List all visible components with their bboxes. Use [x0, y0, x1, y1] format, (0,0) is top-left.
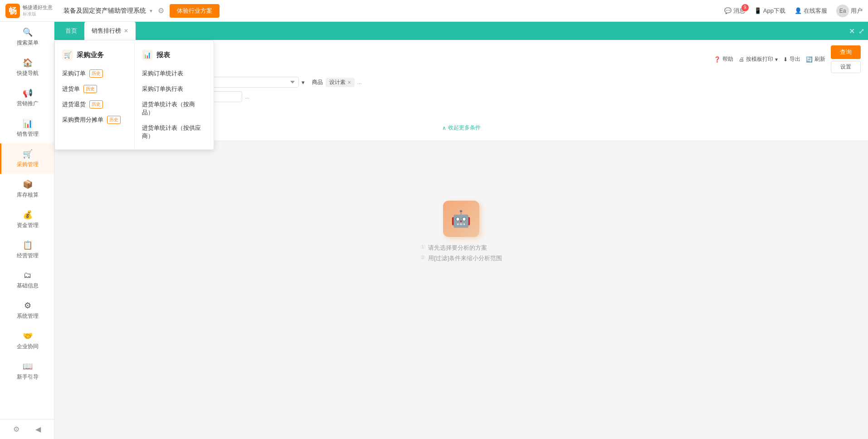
purchase-left-col: 🛒 采购业务 采购订单 历史 进货单 历史 进货退货 历史 采购费用分摊单 历史: [55, 40, 134, 149]
tab-bar-right: ✕ ⤢: [849, 27, 864, 35]
empty-illustration: 🤖 ① 请先选择要分析的方案 ② 用[过滤]条件来缩小分析范围: [420, 201, 502, 264]
help-icon: ❓: [714, 56, 721, 63]
menu-item-receipt-stat-goods[interactable]: 进货单统计表（按商品）: [135, 97, 214, 120]
settings-btn[interactable]: 设置: [831, 61, 861, 73]
sidebar-label-purchase: 采购管理: [17, 161, 39, 168]
goods-return-hist: 历史: [89, 100, 103, 109]
purchase-right-col: 📊 报表 采购订单统计表 采购订单执行表 进货单统计表（按商品） 进货单统计表（…: [134, 40, 214, 149]
query-btn[interactable]: 查询: [831, 45, 861, 59]
app-label: App下载: [763, 7, 785, 15]
refresh-btn[interactable]: 🔄 刷新: [806, 55, 825, 63]
salesperson-more[interactable]: ...: [245, 94, 249, 100]
newbie-icon: 📖: [23, 361, 33, 371]
print-btn[interactable]: 🖨 按模板打印 ▾: [739, 55, 778, 63]
topbar: 畅 畅捷通好生意 标准版 装备及固定资产辅助管理系统 ▾ ⚙ 体验行业方案 💬 …: [0, 0, 868, 22]
goods-tag-close[interactable]: ✕: [347, 80, 351, 85]
sidebar-bottom: ⚙ ◀: [0, 419, 54, 439]
status-dropdown-arrow: ▾: [302, 79, 305, 86]
tab-sales-rank[interactable]: 销售排行榜 ✕: [84, 22, 136, 40]
sidebar-item-nav[interactable]: 🏠 快捷导航: [0, 52, 54, 83]
msg-icon: 💬: [724, 7, 731, 14]
filter-goods: 商品 设计素 ✕ ...: [312, 78, 362, 87]
user-label-text: 用户: [851, 7, 863, 15]
finance-icon: 💰: [23, 210, 33, 220]
collapse-icon: ∧: [442, 125, 446, 131]
menu-item-expense-alloc[interactable]: 采购费用分摊单 历史: [55, 112, 134, 128]
tip-text-2: 用[过滤]条件来缩小分析范围: [428, 253, 502, 263]
receipt-stat-supplier-label: 进货单统计表（按供应商）: [142, 124, 207, 140]
app-icon: 📱: [754, 7, 761, 14]
inventory-icon: 📦: [23, 179, 33, 189]
menu-item-purchase-order[interactable]: 采购订单 历史: [55, 66, 134, 81]
tab-bar: 首页 销售排行榜 ✕ ✕ ⤢: [54, 22, 868, 40]
sidebar-item-finance[interactable]: 💰 资金管理: [0, 204, 54, 235]
purchase-order-label: 采购订单: [62, 69, 86, 78]
sidebar-label-sales: 销售管理: [17, 130, 39, 138]
tab-expand-icon[interactable]: ⤢: [858, 27, 864, 35]
sys-title-arrow[interactable]: ▾: [150, 8, 152, 14]
topbar-user[interactable]: Ea 用户: [836, 5, 863, 17]
export-icon: ⬇: [783, 56, 788, 63]
logo-text: 畅捷通好生意: [23, 4, 53, 10]
sidebar: 🔍 搜索菜单 🏠 快捷导航 📢 营销推广 📊 销售管理 🛒 采购管理 📦 库存核…: [0, 22, 54, 439]
goods-tag-text: 设计素: [329, 79, 346, 86]
topbar-app[interactable]: 📱 App下载: [754, 7, 785, 15]
tab-window-close-icon[interactable]: ✕: [849, 27, 855, 35]
sys-title-text: 装备及固定资产辅助管理系统: [63, 7, 146, 15]
sidebar-item-operation[interactable]: 📋 经营管理: [0, 235, 54, 265]
tip-num-2: ②: [420, 253, 425, 263]
refresh-label: 刷新: [814, 55, 825, 63]
menu-item-goods-return[interactable]: 进货退货 历史: [55, 97, 134, 112]
sidebar-item-system[interactable]: ⚙ 系统管理: [0, 295, 54, 326]
topbar-service[interactable]: 👤 在线客服: [795, 7, 827, 15]
logo-area: 畅 畅捷通好生意 标准版: [5, 4, 60, 18]
export-label: 导出: [790, 55, 800, 63]
purchase-order-hist: 历史: [89, 69, 103, 78]
export-btn[interactable]: ⬇ 导出: [783, 55, 800, 63]
topbar-msg[interactable]: 💬 消息 9: [724, 7, 745, 15]
sidebar-item-newbie[interactable]: 📖 新手引导: [0, 356, 54, 386]
menu-item-order-stat[interactable]: 采购订单统计表: [135, 66, 214, 81]
sys-title-area: 装备及固定资产辅助管理系统 ▾ ⚙: [63, 6, 164, 15]
sidebar-collapse-btn[interactable]: ◀: [35, 425, 41, 434]
goods-label: 商品: [312, 79, 323, 86]
sidebar-item-enterprise[interactable]: 🤝 企业协同: [0, 326, 54, 356]
sidebar-item-marketing[interactable]: 📢 营销推广: [0, 83, 54, 113]
empty-tip-2: ② 用[过滤]条件来缩小分析范围: [420, 253, 502, 263]
sidebar-label-finance: 资金管理: [17, 222, 39, 229]
sidebar-item-inventory[interactable]: 📦 库存核算: [0, 174, 54, 204]
menu-item-goods-receipt[interactable]: 进货单 历史: [55, 81, 134, 97]
help-btn[interactable]: ❓ 帮助: [714, 55, 733, 63]
print-arrow: ▾: [775, 56, 778, 63]
status-select[interactable]: [208, 77, 299, 88]
tab-home[interactable]: 首页: [58, 22, 84, 40]
sidebar-item-basic[interactable]: 🗂 基础信息: [0, 265, 54, 295]
sidebar-label-enterprise: 企业协同: [17, 343, 39, 350]
goods-more[interactable]: ...: [357, 79, 362, 85]
logo-tag: 标准版: [23, 11, 53, 17]
menu-item-receipt-stat-supplier[interactable]: 进货单统计表（按供应商）: [135, 120, 214, 144]
print-label: 按模板打印: [746, 55, 773, 63]
service-label: 在线客服: [804, 7, 827, 15]
industry-btn[interactable]: 体验行业方案: [170, 4, 219, 18]
sidebar-item-purchase[interactable]: 🛒 采购管理: [0, 143, 54, 174]
expense-alloc-hist: 历史: [107, 116, 121, 124]
empty-tips: ① 请先选择要分析的方案 ② 用[过滤]条件来缩小分析范围: [420, 242, 502, 264]
menu-item-order-exec[interactable]: 采购订单执行表: [135, 81, 214, 97]
help-label: 帮助: [722, 55, 733, 63]
tab-close-icon[interactable]: ✕: [124, 28, 128, 34]
sidebar-item-sales[interactable]: 📊 销售管理: [0, 113, 54, 143]
sales-icon: 📊: [23, 118, 33, 128]
data-area: 🤖 ① 请先选择要分析的方案 ② 用[过滤]条件来缩小分析范围: [54, 141, 868, 323]
order-exec-label: 采购订单执行表: [142, 85, 183, 93]
sidebar-item-search[interactable]: 🔍 搜索菜单: [0, 22, 54, 52]
purchase-right-header-label: 报表: [156, 51, 170, 59]
sidebar-settings-btn[interactable]: ⚙: [13, 425, 20, 434]
topbar-settings-icon[interactable]: ⚙: [158, 6, 164, 15]
sidebar-label-nav: 快捷导航: [17, 69, 39, 77]
collapse-label: 收起更多条件: [448, 124, 481, 132]
home-icon: 🏠: [23, 58, 33, 68]
sidebar-label-basic: 基础信息: [17, 282, 39, 290]
sidebar-label-search: 搜索菜单: [17, 39, 39, 47]
tip-text-1: 请先选择要分析的方案: [428, 242, 487, 253]
